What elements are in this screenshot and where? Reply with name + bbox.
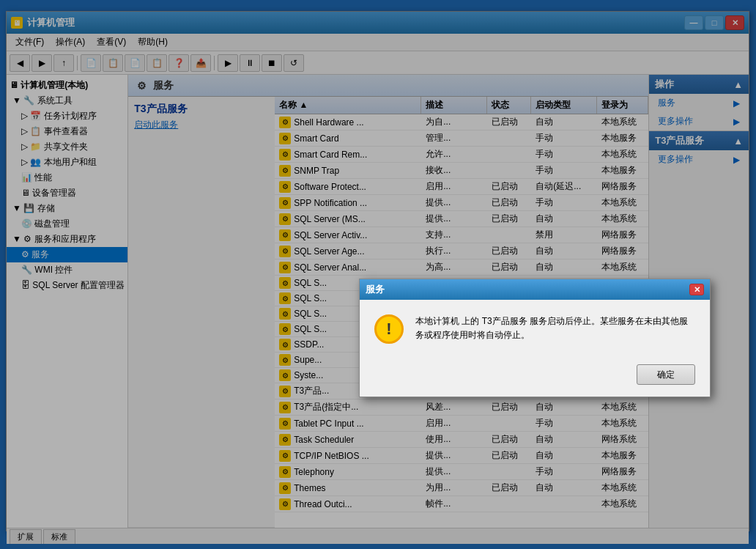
dialog-warning-icon: ! bbox=[374, 314, 404, 344]
dialog-message: 本地计算机 上的 T3产品服务 服务启动后停止。某些服务在未由其他服务或程序使用… bbox=[415, 314, 695, 342]
dialog-title-bar: 服务 ✕ bbox=[360, 279, 710, 300]
dialog-title: 服务 bbox=[366, 283, 385, 296]
dialog-ok-button[interactable]: 确定 bbox=[637, 364, 695, 385]
dialog: 服务 ✕ ! 本地计算机 上的 T3产品服务 服务启动后停止。某些服务在未由其他… bbox=[359, 279, 711, 397]
dialog-footer: 确定 bbox=[360, 358, 710, 397]
warning-icon: ! bbox=[374, 314, 404, 344]
dialog-overlay: 服务 ✕ ! 本地计算机 上的 T3产品服务 服务启动后停止。某些服务在未由其他… bbox=[0, 0, 756, 549]
dialog-close-button[interactable]: ✕ bbox=[689, 284, 704, 295]
dialog-body: ! 本地计算机 上的 T3产品服务 服务启动后停止。某些服务在未由其他服务或程序… bbox=[360, 300, 710, 358]
